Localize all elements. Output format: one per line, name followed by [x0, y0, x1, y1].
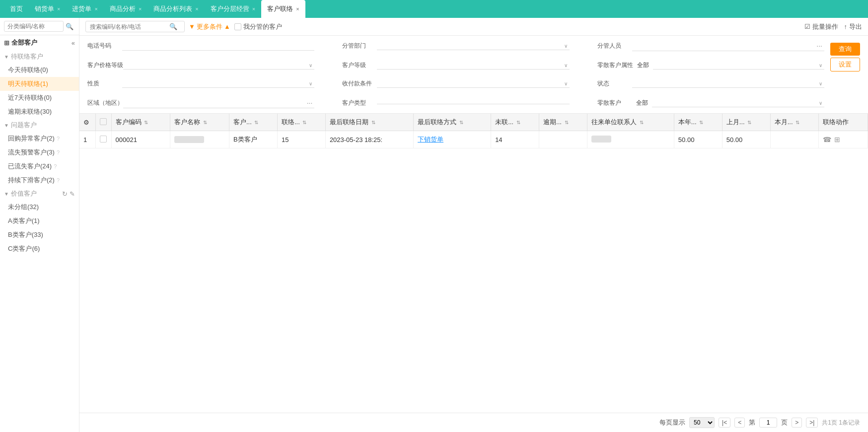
contact-action-icon[interactable]: ☎ — [823, 136, 831, 144]
th-contact-count[interactable]: 联络... ⇅ — [277, 114, 325, 131]
sidebar-item-7days[interactable]: 近7天待联络(0) — [0, 91, 79, 105]
close-icon[interactable]: × — [296, 6, 299, 12]
retail-select[interactable]: ∨ — [652, 99, 824, 107]
th-overdue[interactable]: 逾期... ⇅ — [539, 114, 587, 131]
sidebar-item-lost[interactable]: 已流失客户(24) ? — [0, 159, 79, 173]
category-search-input[interactable] — [4, 21, 64, 32]
status-select[interactable]: ∨ — [632, 80, 824, 88]
sort-icon: ⇅ — [302, 120, 306, 125]
filter-retail: 零散客户 全部 ∨ — [597, 99, 824, 107]
nav-product-analysis[interactable]: 商品分析 × — [104, 0, 147, 18]
page-number-input[interactable] — [759, 418, 777, 428]
filter-row-3: 性质 ∨ 收付款条件 ∨ — [87, 79, 824, 88]
more-conditions-toggle[interactable]: ▼ 更多条件 ▲ — [189, 22, 230, 31]
customer-level-select[interactable]: ∨ — [377, 62, 569, 70]
th-customer-type[interactable]: 客户... ⇅ — [229, 114, 277, 131]
more-icon[interactable]: ··· — [307, 99, 313, 107]
question-icon: ? — [57, 177, 60, 183]
th-this-month[interactable]: 本月... ⇅ — [770, 114, 818, 131]
customer-type-select[interactable] — [377, 102, 569, 104]
next-page-button[interactable]: > — [792, 418, 802, 428]
my-customers-checkbox[interactable]: 我分管的客户 — [234, 22, 282, 31]
sidebar-item-c-class[interactable]: C类客户(6) — [0, 242, 79, 256]
sidebar-item-ungrouped[interactable]: 未分组(32) — [0, 200, 79, 214]
masked-name: ████ — [174, 136, 204, 143]
section-pending-contact[interactable]: 待联络客户 — [0, 50, 79, 63]
close-icon[interactable]: × — [94, 6, 97, 12]
sidebar: 🔍 ⊞ 全部客户 « 待联络客户 今天待联络(0) 明天待联络(1) 近7天待联… — [0, 18, 79, 432]
th-this-year[interactable]: 本年... ⇅ — [674, 114, 722, 131]
chevron-down-icon: ∨ — [564, 43, 568, 49]
region-select[interactable]: ··· — [123, 98, 314, 108]
customer-table: ⚙ 客户编码 ⇅ 客户名称 ⇅ 客户... — [79, 114, 868, 148]
section-value-customers[interactable]: 价值客户 ↻ ✎ — [0, 187, 79, 200]
query-button[interactable]: 查询 — [830, 43, 860, 56]
search-icon[interactable]: 🔍 — [66, 23, 73, 30]
price-level-select[interactable]: ∨ — [123, 62, 314, 70]
nav-customer-tier[interactable]: 客户分层经营 × — [205, 0, 261, 18]
chevron-down-icon: ∨ — [309, 81, 312, 86]
all-customers-header[interactable]: ⊞ 全部客户 « — [0, 35, 79, 50]
batch-op-button[interactable]: ☑ 批量操作 — [804, 22, 838, 31]
select-all-checkbox[interactable] — [100, 118, 107, 125]
nature-select[interactable]: ∨ — [122, 80, 314, 88]
nav-customer-contact[interactable]: 客户联络 × — [261, 0, 305, 18]
person-select[interactable]: ··· — [632, 41, 824, 51]
sidebar-item-b-class[interactable]: B类客户(33) — [0, 228, 79, 242]
prev-page-button[interactable]: < — [734, 418, 745, 428]
th-uncontact[interactable]: 未联... ⇅ — [491, 114, 539, 131]
sort-icon: ⇅ — [565, 120, 569, 125]
th-checkbox[interactable] — [95, 114, 111, 131]
th-last-contact-date[interactable]: 最后联络日期 ⇅ — [325, 114, 413, 131]
payment-select[interactable]: ∨ — [377, 80, 569, 88]
refresh-icon[interactable]: ↻ — [62, 190, 68, 198]
sidebar-item-tomorrow[interactable]: 明天待联络(1) — [0, 77, 79, 91]
row-index: 1 — [79, 131, 95, 148]
th-last-contact-method[interactable]: 最后联络方式 ⇅ — [414, 114, 491, 131]
cell-code[interactable]: 000021 — [111, 131, 170, 148]
th-unit-contact[interactable]: 往来单位联系人 ⇅ — [587, 114, 674, 131]
th-customer-name[interactable]: 客户名称 ⇅ — [170, 114, 229, 131]
page-size-select[interactable]: 50 100 200 — [689, 417, 715, 428]
filter-customer-level: 客户等级 ∨ — [342, 61, 569, 70]
collapse-icon[interactable]: « — [72, 39, 75, 47]
more-action-icon[interactable]: ⊞ — [834, 136, 840, 144]
sidebar-item-repurchase-abnormal[interactable]: 回购异常客户(2) ? — [0, 132, 79, 145]
close-icon[interactable]: × — [252, 6, 255, 12]
first-page-button[interactable]: |< — [719, 418, 730, 428]
main-search-input[interactable] — [90, 23, 169, 30]
close-icon[interactable]: × — [139, 6, 142, 12]
filter-retail-attr: 零散客户属性 全部 ∨ — [597, 61, 824, 70]
phone-input[interactable] — [122, 41, 314, 51]
search-icon[interactable]: 🔍 — [169, 23, 177, 30]
cell-unit-contact — [587, 131, 674, 148]
nav-product-analysis-list[interactable]: 商品分析列表 × — [147, 0, 204, 18]
sidebar-item-today[interactable]: 今天待联络(0) — [0, 63, 79, 77]
dept-select[interactable]: ∨ — [377, 42, 569, 50]
cell-name[interactable]: ████ — [170, 131, 229, 148]
checkbox-icon[interactable] — [234, 23, 241, 30]
nav-home[interactable]: 首页 — [4, 0, 29, 18]
more-icon[interactable]: ··· — [816, 42, 822, 50]
edit-icon[interactable]: ✎ — [70, 190, 75, 198]
sidebar-item-declining[interactable]: 持续下滑客户(2) ? — [0, 173, 79, 187]
section-problem-customers[interactable]: 问题客户 — [0, 119, 79, 132]
sidebar-item-overdue[interactable]: 逾期未联络(30) — [0, 105, 79, 119]
export-button[interactable]: ↑ 导出 — [844, 22, 863, 31]
sidebar-item-churn-warning[interactable]: 流失预警客户(3) ? — [0, 145, 79, 159]
th-settings[interactable]: ⚙ — [79, 114, 95, 131]
close-icon[interactable]: × — [195, 6, 198, 12]
th-customer-code[interactable]: 客户编码 ⇅ — [111, 114, 170, 131]
retail-attr-select[interactable]: ∨ — [653, 62, 824, 70]
cell-last-contact-method[interactable]: 下销货单 — [414, 131, 491, 148]
row-checkbox-icon[interactable] — [100, 136, 107, 143]
close-icon[interactable]: × — [57, 6, 60, 12]
last-page-button[interactable]: >| — [806, 418, 818, 428]
row-checkbox[interactable] — [95, 131, 111, 148]
set-button[interactable]: 设置 — [830, 58, 860, 72]
sort-icon: ⇅ — [459, 120, 463, 125]
sidebar-item-a-class[interactable]: A类客户(1) — [0, 214, 79, 228]
nav-sales-order[interactable]: 销货单 × — [29, 0, 66, 18]
nav-purchase[interactable]: 进货单 × — [66, 0, 103, 18]
th-last-month[interactable]: 上月... ⇅ — [722, 114, 770, 131]
